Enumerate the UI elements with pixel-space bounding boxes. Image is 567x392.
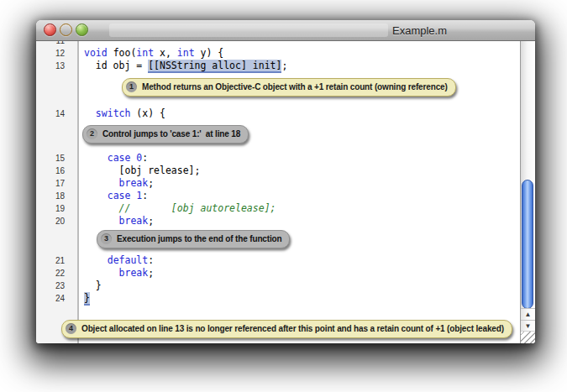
code-token: (x) {: [130, 107, 165, 119]
analyzer-bubble-row: 4Object allocated on line 13 is no longe…: [36, 319, 521, 337]
code-token: :: [148, 254, 154, 266]
code-token: int: [136, 47, 154, 59]
analyzer-bubble: 3Execution jumps to the end of the funct…: [97, 230, 290, 248]
code-text: break;: [36, 267, 521, 280]
minimize-button[interactable]: [60, 24, 72, 36]
code-line: 18 case 1:: [36, 190, 521, 202]
row-spacer: [36, 248, 521, 254]
code-token: [84, 190, 108, 201]
vertical-scrollbar[interactable]: ▲ ▼: [520, 41, 535, 343]
line-number: 22: [36, 267, 65, 280]
code-token: ;: [148, 177, 154, 189]
code-text: case 1:: [36, 190, 521, 202]
line-number: 18: [36, 190, 65, 202]
code-token: x,: [154, 47, 177, 59]
code-token: ;: [148, 267, 154, 279]
line-number: 24: [36, 292, 65, 305]
line-number: 12: [36, 47, 65, 60]
analyzer-bubble-row: 1Method returns an Objective-C object wi…: [36, 77, 521, 96]
code-token: switch: [96, 107, 131, 119]
code-token: int: [177, 47, 195, 59]
code-text: id obj = [[NSString alloc] init];: [36, 60, 521, 72]
bubble-number-badge: 2: [87, 128, 97, 139]
code-token: }: [84, 292, 90, 306]
row-spacer: [36, 143, 521, 152]
example-m-window: Example.m 1112void foo(int x, int y) {13…: [36, 20, 535, 343]
analyzer-bubble: 4Object allocated on line 13 is no longe…: [61, 320, 512, 338]
zoom-button[interactable]: [76, 24, 88, 36]
code-text: // [obj autorelease];: [36, 202, 521, 215]
code-line: 17 break;: [36, 177, 521, 190]
code-line: 22 break;: [36, 267, 521, 280]
line-number: 17: [36, 177, 65, 190]
code-token: }: [84, 280, 102, 291]
code-line: 11: [36, 41, 521, 47]
scroll-down-arrow-icon[interactable]: ▼: [521, 320, 535, 332]
source-editor: 1112void foo(int x, int y) {13 id obj = …: [36, 41, 535, 343]
bubble-number-badge: 3: [101, 233, 112, 244]
code-token: :: [142, 152, 148, 164]
row-spacer: [36, 96, 521, 107]
code-line: 19 // [obj autorelease];: [36, 202, 521, 215]
code-text: }: [36, 280, 521, 292]
code-text: case 0:: [36, 152, 521, 165]
bubble-text: Control jumps to 'case 1:' at line 18: [102, 129, 240, 139]
bubble-text: Execution jumps to the end of the functi…: [117, 234, 281, 243]
code-token: [84, 107, 96, 119]
code-token: ;: [281, 60, 287, 71]
code-token: break: [119, 177, 149, 189]
line-number: 19: [36, 202, 65, 215]
code-token: :: [142, 190, 148, 201]
bubble-number-badge: 4: [66, 323, 76, 334]
code-token: [84, 152, 108, 164]
code-token: id obj =: [84, 60, 148, 71]
code-line: 14 switch (x) {: [36, 107, 521, 120]
code-token: [84, 267, 119, 279]
code-token: ;: [148, 215, 154, 227]
analyzer-bubble-row: 3Execution jumps to the end of the funct…: [36, 229, 521, 248]
line-number: 23: [36, 280, 65, 292]
scroll-up-arrow-icon[interactable]: ▲: [521, 308, 535, 320]
code-line: 13 id obj = [[NSString alloc] init];: [36, 60, 521, 72]
code-line: 23 }: [36, 280, 521, 292]
line-number: 21: [36, 254, 65, 267]
code-token: [84, 177, 119, 189]
code-token: case: [108, 190, 131, 201]
titlebar-highlight-strip: [109, 24, 388, 37]
row-spacer: [36, 305, 521, 319]
analyzer-bubble-row: 2Control jumps to 'case 1:' at line 18: [36, 124, 521, 143]
line-number: 14: [36, 107, 65, 120]
line-number: 13: [36, 60, 65, 72]
code-line: 15 case 0:: [36, 152, 521, 165]
line-number: 20: [36, 215, 65, 227]
code-token: void: [84, 47, 108, 59]
scrollbar-thumb[interactable]: [522, 180, 533, 309]
analyzer-bubble: 2Control jumps to 'case 1:' at line 18: [82, 125, 249, 144]
code-text: [obj release];: [36, 165, 521, 177]
bubble-text: Object allocated on line 13 is no longer…: [81, 324, 504, 333]
code-token: default: [108, 254, 148, 266]
code-line: 20 break;: [36, 215, 521, 227]
code-token: y) {: [195, 47, 224, 59]
code-token: // [obj autorelease];: [84, 202, 276, 214]
resize-grip-icon[interactable]: [521, 331, 535, 343]
bubble-text: Method returns an Objective-C object wit…: [142, 82, 448, 91]
code-token: foo(: [108, 47, 137, 59]
code-token: [[NSString alloc] init]: [148, 60, 281, 73]
line-number: 11: [36, 41, 65, 47]
code-token: [84, 254, 108, 266]
code-line: 24}: [36, 292, 521, 305]
line-number: 15: [36, 152, 65, 165]
code-line: 12void foo(int x, int y) {: [36, 47, 521, 60]
code-rows: 1112void foo(int x, int y) {13 id obj = …: [36, 41, 521, 337]
line-number: 16: [36, 165, 65, 177]
window-titlebar[interactable]: Example.m: [36, 20, 535, 41]
code-text: switch (x) {: [36, 107, 521, 120]
analyzer-bubble: 1Method returns an Objective-C object wi…: [122, 78, 456, 97]
code-token: [obj release];: [84, 165, 200, 176]
code-text: default:: [36, 254, 521, 267]
code-text: break;: [36, 177, 521, 190]
code-token: [84, 215, 119, 227]
close-button[interactable]: [44, 24, 56, 36]
window-title: Example.m: [392, 20, 447, 40]
